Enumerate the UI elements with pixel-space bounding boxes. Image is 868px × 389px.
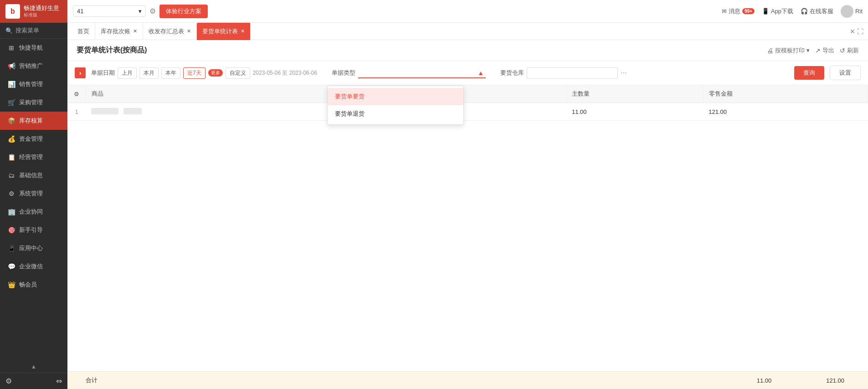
dropdown-item-order-goods[interactable]: 要货单要货: [328, 88, 463, 105]
warehouse-filter-group: 要货仓库 ···: [500, 67, 627, 79]
page-header: 要货单统计表(按商品) 🖨 按模板打印 ▾ ↗ 导出 ↺ 刷新: [67, 40, 868, 61]
sidebar-item-inventory[interactable]: 📦 库存核算: [0, 112, 67, 130]
sidebar-item-purchase[interactable]: 🛒 采购管理: [0, 93, 67, 112]
tab-inventory-batch-close[interactable]: ✕: [133, 28, 137, 34]
print-btn[interactable]: 🖨 按模板打印 ▾: [767, 46, 810, 55]
table-container: ⚙ 商品 主计量单位 主数量 零售金额 1: [67, 85, 868, 371]
sidebar-footer: ⚙ ⇔: [0, 373, 67, 389]
sidebar-item-operations[interactable]: 📋 经营管理: [0, 148, 67, 166]
user-menu[interactable]: Rit: [841, 5, 863, 18]
sidebar-item-label: 销售管理: [19, 80, 43, 88]
date-btn-this-year[interactable]: 本年: [161, 67, 180, 79]
date-btn-custom[interactable]: 自定义: [226, 67, 250, 79]
sidebar-item-marketing[interactable]: 📢 营销推广: [0, 57, 67, 75]
sidebar-item-sales[interactable]: 📊 销售管理: [0, 75, 67, 93]
tab-order-summary-label: 要货单统计表: [202, 27, 238, 36]
filter-expand-btn[interactable]: ›: [75, 67, 86, 78]
dropdown-item-order-return[interactable]: 要货单退货: [328, 105, 463, 123]
sidebar-item-wechat[interactable]: 💬 企业微信: [0, 257, 67, 276]
footer-quantity: 11.00: [757, 377, 772, 384]
cell-quantity: 11.00: [566, 103, 703, 121]
refresh-label: 刷新: [847, 46, 859, 55]
filter-bar: › 单据日期 上月 本月 本年 近7天 更多 自定义 2023-05-06 至 …: [67, 61, 868, 85]
apps-icon: 📱: [7, 244, 15, 252]
sidebar-item-guide[interactable]: 🎯 新手引导: [0, 221, 67, 239]
purchase-icon: 🛒: [7, 98, 15, 107]
app-logo: b: [5, 4, 20, 19]
sidebar-item-base[interactable]: 🗂 基础信息: [0, 166, 67, 184]
operations-icon: 📋: [7, 153, 15, 161]
headset-icon: 🎧: [801, 8, 808, 15]
export-btn[interactable]: ↗ 导出: [815, 46, 834, 55]
date-btn-this-month[interactable]: 本月: [139, 67, 159, 79]
warehouse-label: 要货仓库: [500, 69, 524, 77]
refresh-btn[interactable]: ↺ 刷新: [840, 46, 859, 55]
date-label: 单据日期: [91, 69, 115, 77]
trial-button[interactable]: 体验行业方案: [159, 5, 208, 18]
col-quantity: 主数量: [566, 85, 703, 103]
settings-button[interactable]: 设置: [830, 66, 861, 80]
sidebar-item-member[interactable]: 👑 畅会员: [0, 276, 67, 294]
sidebar-item-apps[interactable]: 📱 应用中心: [0, 239, 67, 257]
sidebar-item-quick-nav[interactable]: ⊞ 快捷导航: [0, 39, 67, 57]
date-btn-last-month[interactable]: 上月: [118, 67, 137, 79]
sidebar-item-label: 企业协同: [19, 208, 43, 216]
system-icon: ⚙: [7, 189, 15, 198]
date-btn-7days[interactable]: 近7天: [183, 67, 205, 79]
tab-inventory-batch-label: 库存批次账: [101, 27, 130, 36]
dropdown-arrow-icon: ▾: [139, 8, 142, 15]
main-area: 41 ▾ ⚙ 体验行业方案 ✉ 消息 99+ 📱 App下载 🎧 在线客服 R: [67, 0, 868, 389]
tab-close-all-icon[interactable]: ✕: [850, 28, 855, 35]
tab-order-summary[interactable]: 要货单统计表 ✕: [197, 23, 251, 40]
query-button[interactable]: 查询: [794, 66, 824, 80]
app-title: 畅捷通好生意: [24, 5, 59, 12]
store-selector[interactable]: 41 ▾: [73, 5, 146, 17]
tab-home-label: 首页: [77, 27, 89, 36]
topbar-left: 41 ▾ ⚙ 体验行业方案: [73, 5, 208, 18]
sidebar-item-label: 资金管理: [19, 135, 43, 143]
tab-inventory-batch[interactable]: 库存批次账 ✕: [95, 23, 143, 40]
warehouse-input[interactable]: [527, 67, 618, 79]
tab-expand-icon[interactable]: ⛶: [857, 28, 863, 35]
sidebar-item-company[interactable]: 🏢 企业协同: [0, 203, 67, 221]
topbar: 41 ▾ ⚙ 体验行业方案 ✉ 消息 99+ 📱 App下载 🎧 在线客服 R: [67, 0, 868, 23]
sidebar-header: b 畅捷通好生意 标准版: [0, 0, 67, 23]
tab-order-summary-close[interactable]: ✕: [241, 28, 245, 34]
messages-label: 消息: [729, 7, 740, 15]
messages-btn[interactable]: ✉ 消息 99+: [722, 7, 755, 15]
toggle-icon[interactable]: ⇔: [56, 377, 62, 385]
type-filter-group: 单据类型 ▲: [332, 68, 486, 78]
sidebar-search[interactable]: 🔍 搜索菜单: [0, 23, 67, 39]
app-download-btn[interactable]: 📱 App下载: [762, 7, 793, 15]
settings-icon[interactable]: ⚙: [5, 377, 12, 385]
type-arrow-icon[interactable]: ▲: [478, 69, 484, 77]
phone-icon: 📱: [762, 8, 769, 15]
online-service-btn[interactable]: 🎧 在线客服: [801, 7, 833, 15]
table-footer: 合计 11.00 121.00: [67, 371, 868, 389]
print-arrow: ▾: [806, 47, 810, 54]
sidebar-scroll-down[interactable]: ▲: [0, 360, 67, 373]
tab-receive-summary[interactable]: 收发存汇总表 ✕: [143, 23, 197, 40]
quick-nav-icon: ⊞: [7, 44, 15, 52]
footer-label: 合计: [73, 376, 98, 384]
export-icon: ↗: [815, 47, 821, 54]
col-settings[interactable]: ⚙: [67, 85, 86, 103]
topbar-gear-icon[interactable]: ⚙: [149, 7, 156, 15]
sidebar-item-label: 应用中心: [19, 244, 43, 252]
tab-receive-summary-close[interactable]: ✕: [187, 28, 191, 34]
user-name: Rit: [855, 8, 863, 15]
guide-icon: 🎯: [7, 226, 15, 234]
company-icon: 🏢: [7, 208, 15, 216]
page-content: 要货单统计表(按商品) 🖨 按模板打印 ▾ ↗ 导出 ↺ 刷新 ›: [67, 40, 868, 389]
warehouse-dots-icon[interactable]: ···: [621, 69, 627, 77]
sidebar-item-label: 快捷导航: [19, 44, 43, 52]
sales-icon: 📊: [7, 80, 15, 88]
table-row: 1 块 11.00 121.00: [67, 103, 868, 121]
tab-home[interactable]: 首页: [72, 23, 95, 40]
sidebar-item-finance[interactable]: 💰 资金管理: [0, 130, 67, 148]
finance-icon: 💰: [7, 135, 15, 143]
sidebar-item-system[interactable]: ⚙ 系统管理: [0, 184, 67, 203]
date-more-badge[interactable]: 更多: [208, 69, 223, 77]
date-filter-group: 单据日期 上月 本月 本年 近7天 更多 自定义 2023-05-06 至 20…: [91, 67, 317, 79]
type-input[interactable]: [358, 68, 486, 78]
